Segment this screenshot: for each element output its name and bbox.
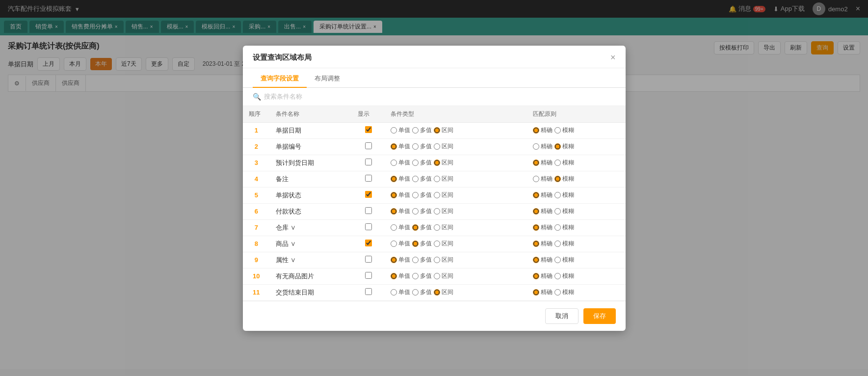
display-checkbox[interactable] [365, 126, 372, 133]
type-radio-label[interactable]: 多值 [412, 256, 432, 264]
display-checkbox[interactable] [365, 191, 372, 198]
type-radio[interactable] [391, 208, 397, 215]
match-radio-label[interactable]: 模糊 [554, 159, 574, 167]
match-radio[interactable] [533, 289, 539, 295]
type-radio-label[interactable]: 单值 [391, 288, 410, 296]
save-button[interactable]: 保存 [583, 308, 616, 324]
type-radio[interactable] [412, 143, 419, 150]
match-radio[interactable] [533, 143, 539, 150]
type-radio-label[interactable]: 单值 [391, 159, 410, 167]
type-radio[interactable] [434, 160, 440, 166]
type-radio-label[interactable]: 多值 [412, 272, 432, 280]
display-checkbox[interactable] [365, 272, 372, 279]
match-radio[interactable] [554, 289, 561, 295]
match-radio-label[interactable]: 精确 [533, 175, 552, 183]
type-radio-label[interactable]: 区间 [434, 256, 453, 264]
match-radio-label[interactable]: 精确 [533, 142, 552, 151]
display-checkbox[interactable] [365, 142, 372, 149]
type-radio-label[interactable]: 单值 [391, 175, 410, 183]
type-radio[interactable] [434, 127, 440, 134]
type-radio-label[interactable]: 区间 [434, 126, 453, 134]
type-radio-label[interactable]: 单值 [391, 126, 410, 134]
match-radio-label[interactable]: 精确 [533, 126, 552, 134]
display-checkbox[interactable] [365, 288, 372, 295]
match-radio-label[interactable]: 精确 [533, 207, 552, 215]
type-radio[interactable] [391, 289, 397, 295]
match-radio-label[interactable]: 精确 [533, 159, 552, 167]
type-radio-label[interactable]: 区间 [434, 240, 453, 248]
match-radio-label[interactable]: 模糊 [554, 240, 574, 248]
type-radio[interactable] [412, 241, 419, 247]
match-radio[interactable] [554, 143, 561, 150]
match-radio-label[interactable]: 模糊 [554, 223, 574, 232]
match-radio-label[interactable]: 精确 [533, 272, 552, 280]
type-radio-label[interactable]: 多值 [412, 207, 432, 215]
match-radio[interactable] [554, 241, 561, 247]
match-radio-label[interactable]: 精确 [533, 223, 552, 232]
type-radio-label[interactable]: 多值 [412, 126, 432, 134]
type-radio[interactable] [412, 224, 419, 231]
type-radio-label[interactable]: 区间 [434, 272, 453, 280]
type-radio-label[interactable]: 多值 [412, 142, 432, 151]
match-radio[interactable] [554, 160, 561, 166]
tab-layout-adjust[interactable]: 布局调整 [307, 70, 348, 88]
search-input[interactable] [264, 93, 362, 100]
type-radio-label[interactable]: 单值 [391, 191, 410, 199]
match-radio[interactable] [533, 176, 539, 182]
type-radio-label[interactable]: 区间 [434, 175, 453, 183]
type-radio[interactable] [412, 192, 419, 198]
type-radio[interactable] [434, 289, 440, 295]
match-radio[interactable] [533, 241, 539, 247]
match-radio-label[interactable]: 模糊 [554, 191, 574, 199]
type-radio[interactable] [391, 257, 397, 263]
type-radio[interactable] [391, 224, 397, 231]
match-radio[interactable] [533, 127, 539, 134]
type-radio[interactable] [391, 192, 397, 198]
type-radio-label[interactable]: 多值 [412, 223, 432, 232]
type-radio[interactable] [391, 127, 397, 134]
type-radio[interactable] [391, 176, 397, 182]
type-radio[interactable] [434, 208, 440, 215]
match-radio-label[interactable]: 精确 [533, 288, 552, 296]
match-radio[interactable] [554, 192, 561, 198]
match-radio[interactable] [554, 176, 561, 182]
match-radio-label[interactable]: 模糊 [554, 256, 574, 264]
type-radio-label[interactable]: 多值 [412, 288, 432, 296]
type-radio-label[interactable]: 单值 [391, 207, 410, 215]
match-radio-label[interactable]: 模糊 [554, 272, 574, 280]
type-radio-label[interactable]: 多值 [412, 175, 432, 183]
type-radio-label[interactable]: 单值 [391, 240, 410, 248]
type-radio[interactable] [412, 273, 419, 279]
match-radio[interactable] [533, 192, 539, 198]
type-radio[interactable] [412, 208, 419, 215]
match-radio[interactable] [533, 160, 539, 166]
display-checkbox[interactable] [365, 240, 372, 246]
match-radio-label[interactable]: 模糊 [554, 142, 574, 151]
type-radio[interactable] [434, 143, 440, 150]
type-radio[interactable] [412, 160, 419, 166]
type-radio-label[interactable]: 多值 [412, 240, 432, 248]
type-radio[interactable] [412, 289, 419, 295]
type-radio[interactable] [391, 273, 397, 279]
type-radio[interactable] [412, 127, 419, 134]
type-radio[interactable] [434, 241, 440, 247]
type-radio[interactable] [412, 257, 419, 263]
match-radio[interactable] [554, 208, 561, 215]
match-radio-label[interactable]: 模糊 [554, 288, 574, 296]
display-checkbox[interactable] [365, 159, 372, 165]
modal-close-button[interactable]: × [610, 53, 616, 63]
type-radio-label[interactable]: 单值 [391, 223, 410, 232]
type-radio[interactable] [434, 192, 440, 198]
display-checkbox[interactable] [365, 256, 372, 263]
display-checkbox[interactable] [365, 223, 372, 230]
type-radio-label[interactable]: 单值 [391, 272, 410, 280]
type-radio-label[interactable]: 区间 [434, 207, 453, 215]
type-radio-label[interactable]: 多值 [412, 159, 432, 167]
type-radio-label[interactable]: 区间 [434, 142, 453, 151]
display-checkbox[interactable] [365, 207, 372, 214]
type-radio-label[interactable]: 多值 [412, 191, 432, 199]
match-radio-label[interactable]: 模糊 [554, 126, 574, 134]
match-radio-label[interactable]: 精确 [533, 256, 552, 264]
match-radio-label[interactable]: 精确 [533, 240, 552, 248]
type-radio[interactable] [434, 273, 440, 279]
